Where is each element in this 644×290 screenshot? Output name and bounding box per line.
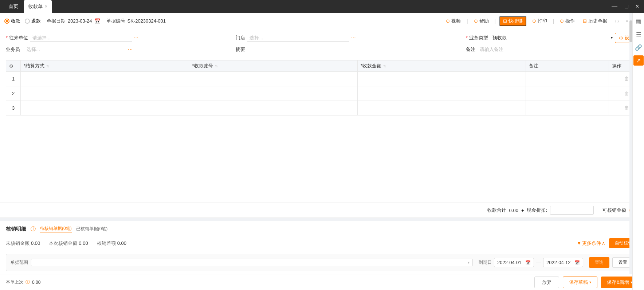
- summary-row: 收款合计 0.00 + 现金折扣: = 可核销金额 0.00: [0, 203, 644, 218]
- operation-btn[interactable]: ⊙ 操作: [558, 17, 577, 25]
- sidebar-arrow-icon[interactable]: ↗: [633, 55, 644, 66]
- form-row-2: 业务员 ··· 摘要 备注: [6, 46, 638, 53]
- number-value: SK-20230324-001: [127, 18, 166, 24]
- salesperson-more-btn[interactable]: ···: [126, 46, 134, 53]
- business-type-select[interactable]: 预收款 ▾: [490, 34, 615, 42]
- row2-account[interactable]: [189, 86, 357, 101]
- net-label: 可核销金额: [602, 207, 626, 213]
- due-date-start-input[interactable]: 2022-04-01 📅: [494, 258, 534, 267]
- row1-remark[interactable]: [526, 72, 609, 86]
- diff-stat: 核销差额 0.00: [97, 240, 126, 247]
- query-btn[interactable]: 查询: [589, 257, 609, 268]
- shortcut-btn[interactable]: ⊟ 快捷键: [499, 16, 526, 26]
- info-icon[interactable]: ⓘ: [31, 226, 36, 232]
- done-tab[interactable]: 已核销单据(0笔): [76, 226, 108, 232]
- help-btn[interactable]: ⊙ 帮助: [472, 17, 491, 25]
- type-radio-group: 收款 退款: [4, 18, 41, 24]
- last-order-value: 0.00: [32, 280, 40, 285]
- row3-delete-icon[interactable]: 🗑: [624, 105, 629, 111]
- counterpart-input[interactable]: [30, 34, 132, 42]
- total-value: 0.00: [509, 208, 518, 213]
- video-btn[interactable]: ⊙ 视频: [444, 17, 463, 25]
- table-row: 3 🗑 ⧉: [6, 101, 638, 115]
- row-num-2: 2: [6, 86, 21, 101]
- maximize-btn[interactable]: □: [623, 3, 631, 10]
- more-filter-btn[interactable]: ▼ 更多条件 ∧: [577, 240, 605, 247]
- row2-delete-icon[interactable]: 🗑: [624, 90, 629, 97]
- remark-input[interactable]: [478, 46, 638, 53]
- scrollbar-thumb[interactable]: [629, 20, 632, 42]
- tab-close-icon[interactable]: ×: [45, 0, 47, 13]
- video-icon: ⊙: [446, 18, 450, 24]
- main-area: 收款 退款 单据日期 2023-03-24 📅 单据编号 SK-20230324…: [0, 13, 644, 290]
- form-area: * 往来单位 ··· 门店 ··· * 业务类型 预收款: [0, 29, 644, 60]
- section-title: 核销明细: [6, 226, 26, 232]
- footer-right: 放弃 保存草稿 ▾ 保存&新增 ▾: [534, 277, 638, 288]
- current-verify-value: 0.00: [79, 240, 88, 246]
- counterpart-more-btn[interactable]: ···: [132, 35, 140, 41]
- chevron-down-icon: ▾: [611, 36, 613, 40]
- diff-label: 核销差额: [97, 240, 116, 247]
- save-draft-btn[interactable]: 保存草稿 ▾: [563, 277, 597, 288]
- row2-remark[interactable]: [526, 86, 609, 101]
- row1-delete-icon[interactable]: 🗑: [624, 76, 629, 82]
- radio-refund[interactable]: 退款: [25, 18, 41, 24]
- last-order-info-icon[interactable]: ⓘ: [25, 279, 30, 285]
- due-date-end-input[interactable]: 2022-04-12 📅: [543, 258, 583, 267]
- store-input[interactable]: [247, 34, 349, 42]
- row3-remark[interactable]: [526, 101, 609, 115]
- unverified-label: 未核销金额: [6, 240, 30, 247]
- row3-settle-method[interactable]: [21, 101, 189, 115]
- diff-value: 0.00: [117, 240, 126, 246]
- row2-settle-method[interactable]: [21, 86, 189, 101]
- summary-input[interactable]: [247, 46, 349, 53]
- gear-th[interactable]: ⚙: [6, 60, 21, 72]
- form-row-1: * 往来单位 ··· 门店 ··· * 业务类型 预收款: [6, 33, 638, 43]
- tab-home[interactable]: 首页: [3, 0, 24, 13]
- row3-amount[interactable]: [357, 101, 526, 115]
- summary-field: 摘要: [236, 46, 451, 53]
- print-btn[interactable]: ⊙ 打印: [530, 17, 549, 25]
- date-field: 单据日期 2023-03-24 📅: [47, 18, 101, 24]
- row1-settle-method[interactable]: [21, 72, 189, 86]
- row3-account[interactable]: [189, 101, 357, 115]
- tab-active-label: 收款单: [28, 0, 43, 13]
- unverified-value: 0.00: [31, 240, 40, 246]
- row2-amount[interactable]: [357, 86, 526, 101]
- abandon-btn[interactable]: 放弃: [534, 277, 559, 288]
- th-settle-method: *结算方式 ⇅: [21, 60, 189, 72]
- sort-icon-settle[interactable]: ⇅: [46, 64, 49, 68]
- close-btn[interactable]: ×: [633, 3, 641, 10]
- sidebar-table-icon[interactable]: ▦: [633, 16, 644, 26]
- sidebar-doc-icon[interactable]: ☰: [633, 29, 644, 39]
- pending-tab[interactable]: 待核销单据(0笔): [40, 226, 72, 232]
- sort-icon-account[interactable]: ⇅: [215, 64, 218, 68]
- row1-amount[interactable]: [357, 72, 526, 86]
- row1-account[interactable]: [189, 72, 357, 86]
- save-draft-arrow: ▾: [589, 280, 591, 284]
- store-more-btn[interactable]: ···: [349, 35, 357, 41]
- number-field: 单据编号 SK-20230324-001: [106, 18, 166, 24]
- scrollbar-area[interactable]: [629, 13, 632, 274]
- range-filter: 单据范围 ▾: [11, 259, 473, 266]
- salesperson-input[interactable]: [24, 46, 126, 53]
- date-label: 单据日期: [47, 18, 66, 24]
- section-divider: [0, 218, 644, 221]
- unverified-stat: 未核销金额 0.00: [6, 240, 40, 247]
- business-type-field: * 业务类型 预收款 ▾ ⚙ 设置: [466, 33, 638, 43]
- range-select[interactable]: ▾: [31, 259, 473, 266]
- table-header-row: ⚙ *结算方式 ⇅ *收款账号 ⇅ *收款金额 ⇅ 备注: [6, 60, 638, 72]
- counterpart-label: * 往来单位: [6, 35, 30, 41]
- nav-right-arrow[interactable]: ›: [617, 18, 619, 24]
- toolbar: 收款 退款 单据日期 2023-03-24 📅 单据编号 SK-20230324…: [0, 13, 644, 29]
- sort-icon-amount[interactable]: ⇅: [383, 64, 386, 68]
- nav-left-arrow[interactable]: ‹: [614, 18, 616, 24]
- tab-active[interactable]: 收款单 ×: [24, 0, 52, 13]
- discount-input[interactable]: [550, 206, 594, 215]
- sidebar-attach-icon[interactable]: 🔗: [633, 42, 644, 52]
- minimize-btn[interactable]: —: [609, 3, 620, 10]
- radio-receive[interactable]: 收款: [4, 18, 20, 24]
- column-settings-icon[interactable]: ⚙: [9, 63, 13, 69]
- history-btn[interactable]: ⊟ 历史单据: [581, 17, 609, 25]
- calendar-icon[interactable]: 📅: [94, 18, 101, 24]
